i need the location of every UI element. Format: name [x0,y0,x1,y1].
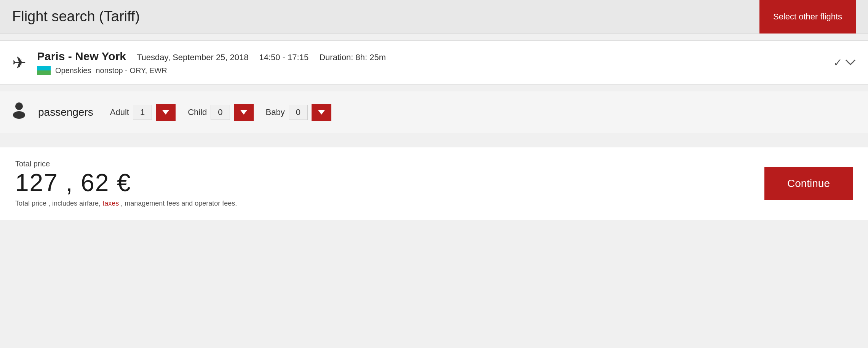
price-label: Total price [15,160,237,168]
flight-time: 14:50 - 17:15 [259,53,309,62]
baby-dropdown-button[interactable] [312,104,331,121]
flight-duration: Duration: 8h: 25m [319,53,386,62]
airline-name: Openskies [55,66,91,75]
adult-value: 1 [133,105,152,120]
child-value: 0 [211,105,230,120]
select-other-flights-button[interactable]: Select other flights [759,0,856,34]
page-header: Flight search (Tariff) Select other flig… [0,0,868,34]
price-amount: 127 , 62 € [15,171,237,195]
child-dropdown-button[interactable] [234,104,254,121]
continue-button[interactable]: Continue [764,167,853,200]
chevron-down-icon [162,110,169,115]
chevron-down-icon [318,110,325,115]
passengers-card: passengers Adult 1 Child 0 Baby 0 [0,91,868,133]
page-title: Flight search (Tariff) [12,8,140,25]
flight-date: Tuesday, September 25, 2018 [137,53,249,62]
baby-group: Baby 0 [266,104,331,121]
plane-icon: ✈ [12,53,26,72]
flight-main-row: Paris - New York Tuesday, September 25, … [37,50,856,63]
person-icon [12,102,26,122]
chevron-down-icon [240,110,247,115]
child-group: Child 0 [188,104,253,121]
separator-1 [0,85,868,91]
price-section: Total price 127 , 62 € Total price , inc… [15,160,237,208]
flight-sub-row: Openskies nonstop - ORY, EWR [37,66,856,75]
expand-icon[interactable]: ✓ [833,56,856,69]
separator-2 [0,133,868,140]
flight-info: Paris - New York Tuesday, September 25, … [37,50,856,75]
price-note-after: , management fees and operator fees. [121,200,237,207]
adult-label: Adult [110,107,129,117]
svg-point-1 [13,111,25,119]
svg-point-0 [15,102,23,110]
adult-group: Adult 1 [110,104,176,121]
price-note: Total price , includes airfare, taxes , … [15,200,237,208]
flight-stops: nonstop - ORY, EWR [96,66,167,75]
baby-label: Baby [266,107,285,117]
adult-dropdown-button[interactable] [156,104,176,121]
baby-value: 0 [289,105,308,120]
price-card: Total price 127 , 62 € Total price , inc… [0,147,868,220]
price-note-before: Total price , includes airfare, [15,200,101,207]
flight-card: ✈ Paris - New York Tuesday, September 25… [0,40,868,85]
child-label: Child [188,107,207,117]
airline-logo [37,66,51,75]
flight-route: Paris - New York [37,50,126,63]
taxes-link[interactable]: taxes [102,200,119,207]
passengers-label: passengers [38,106,93,118]
